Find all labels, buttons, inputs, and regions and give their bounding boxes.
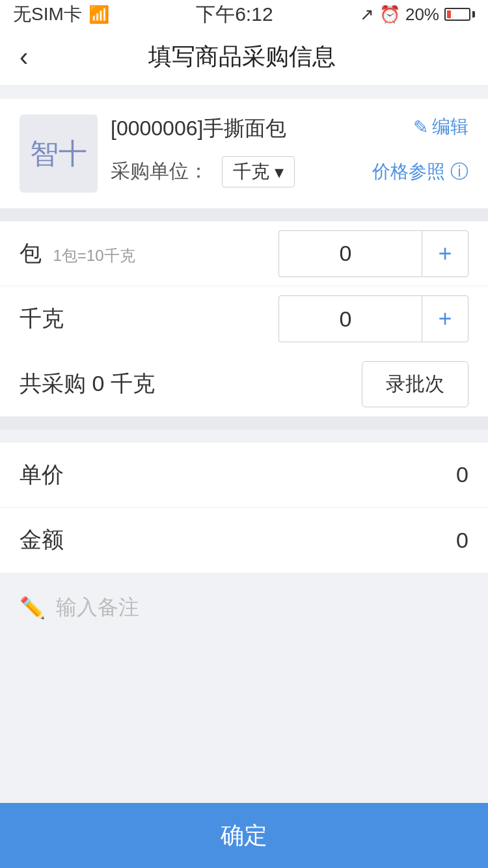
divider-1 <box>0 208 488 221</box>
unit-value: 千克 <box>233 159 269 184</box>
wifi-icon: 📶 <box>88 5 109 25</box>
amount-label: 金额 <box>20 525 64 555</box>
pack-plus-button[interactable]: + <box>422 230 468 277</box>
amount-value: 0 <box>456 528 468 553</box>
location-icon: ↗ <box>360 5 374 25</box>
confirm-button[interactable]: 确定 <box>221 820 267 852</box>
total-row: 共采购 0 千克 录批次 <box>0 351 488 416</box>
product-info: [0000006]手撕面包 ✎ 编辑 采购单位： 千克 ▾ 价格参照 ⓘ <box>111 115 468 187</box>
kg-input[interactable] <box>278 295 422 342</box>
total-value: 0 <box>92 371 104 396</box>
amount-row: 金额 0 <box>0 508 488 573</box>
total-unit: 千克 <box>111 371 155 396</box>
kg-label: 千克 <box>20 304 137 334</box>
total-label: 共采购 0 千克 <box>20 369 155 399</box>
pack-input-row: 包 1包=10千克 + <box>0 221 488 286</box>
status-left: 无SIM卡 📶 <box>13 2 109 27</box>
status-time: 下午6:12 <box>196 1 273 28</box>
page-title: 填写商品采购信息 <box>41 41 442 73</box>
battery-percent: 20% <box>405 5 439 25</box>
edit-button[interactable]: ✎ 编辑 <box>413 115 468 139</box>
product-logo: 智十 <box>30 139 87 168</box>
price-ref-button[interactable]: 价格参照 ⓘ <box>372 159 468 184</box>
pack-label: 包 1包=10千克 <box>20 239 137 269</box>
divider-2 <box>0 416 488 429</box>
nav-bar: ‹ 填写商品采购信息 <box>0 29 488 86</box>
alarm-icon: ⏰ <box>379 5 400 25</box>
pack-sublabel: 1包=10千克 <box>53 247 135 264</box>
product-image: 智十 <box>20 115 98 193</box>
pencil-icon: ✏️ <box>20 595 46 620</box>
price-ref-label: 价格参照 <box>372 159 445 184</box>
product-name: [0000006]手撕面包 <box>111 115 286 143</box>
pack-input[interactable] <box>278 230 422 277</box>
price-amount-section: 单价 0 金额 0 <box>0 442 488 573</box>
notes-section[interactable]: ✏️ 输入备注 <box>0 574 488 642</box>
product-header: [0000006]手撕面包 ✎ 编辑 <box>111 115 468 143</box>
confirm-bar[interactable]: 确定 <box>0 803 488 868</box>
battery-icon <box>444 8 475 21</box>
question-icon: ⓘ <box>450 159 468 184</box>
status-right: ↗ ⏰ 20% <box>360 5 475 25</box>
price-label: 单价 <box>20 460 64 490</box>
kg-input-wrap: + <box>137 295 468 342</box>
edit-icon: ✎ <box>413 116 428 138</box>
product-unit-row: 采购单位： 千克 ▾ 价格参照 ⓘ <box>111 156 468 187</box>
unit-info: 采购单位： 千克 ▾ <box>111 156 295 187</box>
unit-select[interactable]: 千克 ▾ <box>222 156 295 187</box>
edit-label: 编辑 <box>432 115 468 139</box>
price-value: 0 <box>456 462 468 487</box>
carrier-text: 无SIM卡 <box>13 2 82 27</box>
back-button[interactable]: ‹ <box>20 42 28 72</box>
input-section: 包 1包=10千克 + 千克 + <box>0 221 488 351</box>
notes-placeholder: 输入备注 <box>56 593 139 622</box>
record-batch-button[interactable]: 录批次 <box>362 361 468 407</box>
kg-input-row: 千克 + <box>0 286 488 351</box>
product-card: 智十 [0000006]手撕面包 ✎ 编辑 采购单位： 千克 ▾ 价格参照 ⓘ <box>0 99 488 208</box>
price-row: 单价 0 <box>0 442 488 508</box>
chevron-down-icon: ▾ <box>275 161 284 183</box>
status-bar: 无SIM卡 📶 下午6:12 ↗ ⏰ 20% <box>0 0 488 29</box>
unit-label: 采购单位： <box>111 160 208 182</box>
kg-plus-button[interactable]: + <box>422 295 468 342</box>
pack-input-wrap: + <box>137 230 468 277</box>
